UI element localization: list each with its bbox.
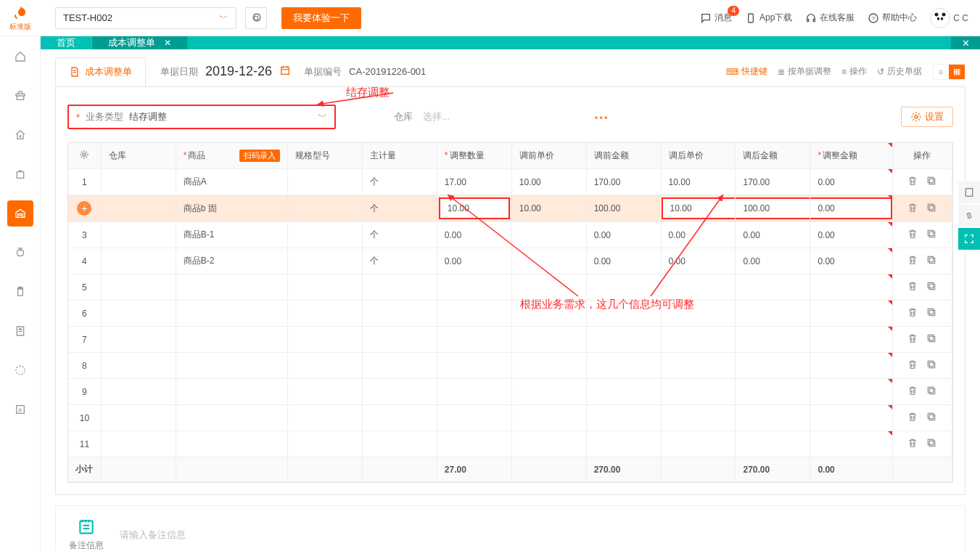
cell-pre-amount[interactable]: 170.00 — [586, 169, 661, 195]
scan-input-button[interactable]: 扫码录入 — [239, 150, 280, 162]
app-download-button[interactable]: App下载 — [745, 12, 792, 24]
cell-post-amount[interactable] — [736, 379, 810, 405]
cell-pre-amount[interactable]: 100.00 — [586, 195, 661, 222]
cell-post-price[interactable]: 10.00 — [661, 195, 736, 222]
cell-spec[interactable] — [288, 195, 363, 222]
nav-new[interactable]: 新 — [7, 396, 33, 423]
row-delete-button[interactable] — [907, 332, 918, 346]
cell-spec[interactable] — [288, 248, 363, 274]
cell-qty[interactable] — [437, 431, 511, 457]
cell-product[interactable] — [176, 274, 287, 301]
cell-unit[interactable] — [362, 379, 437, 405]
settings-button[interactable]: 设置 — [901, 107, 953, 127]
cell-spec[interactable] — [288, 274, 363, 301]
cell-product[interactable] — [176, 301, 287, 327]
cell-unit[interactable]: 个 — [362, 195, 437, 222]
cell-pre-price[interactable]: 10.00 — [511, 195, 586, 222]
messages-button[interactable]: 消息 4 — [700, 12, 732, 24]
doc-type-tab[interactable]: 成本调整单 — [55, 57, 146, 87]
support-button[interactable]: 在线客服 — [805, 12, 855, 24]
cell-post-price[interactable] — [661, 301, 736, 327]
cell-pre-price[interactable] — [511, 301, 586, 327]
cell-warehouse[interactable] — [101, 169, 176, 195]
cell-unit[interactable] — [362, 431, 437, 457]
cell-qty[interactable] — [437, 301, 511, 327]
cell-qty[interactable] — [437, 274, 511, 301]
cell-pre-amount[interactable]: 0.00 — [586, 222, 661, 248]
dock-link[interactable] — [958, 205, 980, 226]
cell-unit[interactable]: 个 — [362, 222, 437, 248]
cell-warehouse[interactable] — [101, 274, 176, 301]
cell-qty[interactable] — [437, 327, 511, 353]
cell-post-amount[interactable]: 100.00 — [736, 195, 810, 222]
col-pre-amount[interactable]: 调前金额 — [586, 143, 661, 169]
cell-product[interactable] — [176, 379, 287, 405]
operate-link[interactable]: ≡操作 — [841, 65, 867, 78]
cell-post-price[interactable]: 0.00 — [661, 248, 736, 274]
row-delete-button[interactable] — [907, 175, 918, 189]
cell-warehouse[interactable] — [101, 405, 176, 431]
row-copy-button[interactable] — [926, 332, 937, 346]
col-warehouse[interactable]: 仓库 — [101, 143, 176, 169]
nav-money[interactable] — [7, 240, 33, 266]
row-copy-button[interactable] — [926, 175, 937, 189]
cell-adj-amount[interactable]: 0.00 — [810, 169, 892, 195]
cell-adj-amount[interactable]: 0.00 — [810, 222, 892, 248]
view-mode-grid-icon[interactable]: ▦ — [949, 65, 965, 79]
cell-adj-amount[interactable] — [810, 379, 892, 405]
nav-house-up[interactable] — [7, 122, 33, 148]
dock-expand[interactable] — [958, 228, 980, 250]
calendar-icon[interactable] — [279, 65, 291, 78]
row-copy-button[interactable] — [926, 359, 937, 372]
cell-pre-price[interactable]: 10.00 — [511, 169, 586, 195]
cell-unit[interactable] — [362, 301, 437, 327]
user-menu[interactable]: C C — [930, 8, 968, 28]
cell-post-amount[interactable]: 170.00 — [736, 169, 810, 195]
table-row[interactable]: 10 — [68, 405, 952, 431]
row-delete-button[interactable] — [907, 437, 918, 451]
cell-post-amount[interactable] — [736, 301, 810, 327]
table-row[interactable]: 1商品A个17.0010.00170.0010.00170.000.00 — [68, 169, 952, 195]
cell-adj-amount[interactable] — [810, 327, 892, 353]
table-row[interactable]: 3商品B-1个0.000.000.000.000.00 — [68, 222, 952, 248]
cell-spec[interactable] — [288, 327, 363, 353]
cell-post-price[interactable] — [661, 431, 736, 457]
cell-post-amount[interactable] — [736, 274, 810, 301]
cell-pre-price[interactable] — [511, 327, 586, 353]
cell-product[interactable]: 商品B-2 — [176, 248, 287, 274]
cell-warehouse[interactable] — [101, 222, 176, 248]
cell-qty[interactable]: 0.00 — [437, 222, 511, 248]
nav-gift[interactable] — [7, 83, 33, 109]
cell-spec[interactable] — [288, 405, 363, 431]
cell-post-price[interactable]: 10.00 — [661, 169, 736, 195]
cell-spec[interactable] — [288, 301, 363, 327]
col-post-amount[interactable]: 调后金额 — [736, 143, 810, 169]
cell-adj-amount[interactable] — [810, 301, 892, 327]
view-mode-list-icon[interactable]: ≡ — [933, 65, 949, 79]
cell-spec[interactable] — [288, 222, 363, 248]
cell-pre-amount[interactable] — [586, 353, 661, 379]
try-button[interactable]: 我要体验一下 — [281, 7, 361, 29]
dock-note[interactable] — [958, 181, 980, 203]
date-value[interactable]: 2019-12-26 — [205, 64, 272, 79]
cell-product[interactable] — [176, 431, 287, 457]
cell-warehouse[interactable] — [101, 327, 176, 353]
history-link[interactable]: ↺历史单据 — [877, 65, 922, 78]
nav-report[interactable] — [7, 318, 33, 344]
cell-spec[interactable] — [288, 379, 363, 405]
table-row[interactable]: 5 — [68, 274, 952, 301]
cell-post-amount[interactable] — [736, 405, 810, 431]
cell-adj-amount[interactable] — [810, 274, 892, 301]
cell-pre-price[interactable] — [511, 274, 586, 301]
table-row[interactable]: 9 — [68, 379, 952, 405]
cell-post-price[interactable] — [661, 274, 736, 301]
row-delete-button[interactable] — [907, 306, 918, 320]
cell-warehouse[interactable] — [101, 248, 176, 274]
cell-adj-amount[interactable]: 0.00 — [810, 195, 892, 222]
cell-pre-amount[interactable] — [586, 274, 661, 301]
row-index[interactable]: 3 — [68, 222, 101, 248]
cell-pre-amount[interactable] — [586, 405, 661, 431]
cell-adj-amount[interactable] — [810, 431, 892, 457]
cell-post-price[interactable] — [661, 405, 736, 431]
warehouse-field[interactable]: 仓库 选择... — [394, 110, 450, 123]
